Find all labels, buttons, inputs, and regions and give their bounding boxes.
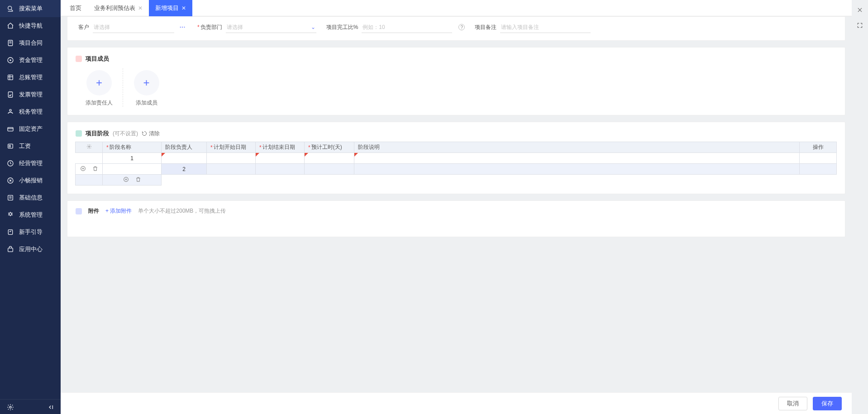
salary-icon <box>6 142 14 150</box>
section-title: 附件 <box>88 207 99 215</box>
dept-select[interactable] <box>226 21 316 33</box>
tab-profit-report[interactable]: 业务利润预估表 ✕ <box>88 0 149 16</box>
section-title: 项目成员 <box>86 55 109 63</box>
customer-select[interactable] <box>93 21 174 33</box>
phase-icon <box>76 130 82 137</box>
sidebar-footer <box>0 399 61 414</box>
more-icon[interactable]: ··· <box>178 24 187 30</box>
svg-point-23 <box>10 406 11 408</box>
cell-hours[interactable] <box>354 152 800 164</box>
attachment-icon <box>76 208 82 214</box>
cell-ops <box>75 163 103 175</box>
add-attachment-button[interactable]: + 添加附件 <box>105 207 132 215</box>
sidebar-item-base[interactable]: 基础信息 <box>0 189 61 206</box>
tab-close-icon[interactable]: ✕ <box>138 5 143 11</box>
svg-point-25 <box>88 146 90 148</box>
document-icon <box>6 39 14 47</box>
cell-owner[interactable] <box>255 163 305 175</box>
footer: 取消 保存 <box>61 392 852 414</box>
clear-phases-button[interactable]: 清除 <box>142 130 160 138</box>
section-header-phases: 项目阶段 (可不设置) 清除 <box>67 122 845 140</box>
field-label: 项目备注 <box>475 24 496 31</box>
add-owner-button[interactable]: + <box>86 70 112 95</box>
sidebar-item-invoice[interactable]: 发票管理 <box>0 86 61 103</box>
phase-table: *阶段名称 阶段负责人 *计划开始日期 *计划结束日期 *预计工时(天) 阶段说… <box>76 142 837 186</box>
tab-new-project[interactable]: 新增项目 ✕ <box>149 0 192 16</box>
sidebar-item-label: 快捷导航 <box>19 22 43 30</box>
sidebar-item-salary[interactable]: 工资 <box>0 138 61 155</box>
tab-close-icon[interactable]: ✕ <box>181 5 186 11</box>
add-row-icon[interactable] <box>123 176 129 184</box>
tab-label: 首页 <box>70 4 81 12</box>
sidebar-item-label: 新手引导 <box>19 228 43 236</box>
cell-desc[interactable] <box>799 152 837 164</box>
delete-row-icon[interactable] <box>92 166 98 173</box>
attachment-hint: 单个大小不超过200MB，可拖拽上传 <box>138 207 226 215</box>
cell-start[interactable] <box>255 152 305 164</box>
sidebar-item-label: 总账管理 <box>19 73 43 81</box>
content-area: 客户 ··· *负责部门 ⌄ 项目完工比% <box>61 16 852 392</box>
collapse-sidebar-icon[interactable] <box>46 403 54 411</box>
add-row-icon[interactable] <box>80 166 86 173</box>
members-row: + 添加责任人 + 添加成员 <box>67 66 845 115</box>
settings-icon[interactable] <box>6 403 14 411</box>
field-customer: 客户 ··· <box>78 21 187 33</box>
sidebar-item-quicknav[interactable]: 快捷导航 <box>0 17 61 34</box>
sidebar-item-search[interactable]: 搜索菜单 <box>0 0 61 17</box>
sidebar-item-ledger[interactable]: 总账管理 <box>0 69 61 86</box>
sidebar-item-apps[interactable]: 应用中心 <box>0 241 61 258</box>
cancel-button[interactable]: 取消 <box>778 397 807 410</box>
ledger-icon <box>6 73 14 81</box>
ops-icon <box>6 159 14 167</box>
cell-desc[interactable] <box>75 174 103 186</box>
section-header-members: 项目成员 <box>67 48 845 66</box>
save-button[interactable]: 保存 <box>813 397 842 410</box>
fullscreen-icon[interactable] <box>855 21 864 30</box>
cell-end[interactable] <box>304 152 354 164</box>
cell-hours[interactable] <box>799 163 837 175</box>
cell-end[interactable] <box>354 163 800 175</box>
gear-icon <box>86 144 92 151</box>
close-panel-icon[interactable] <box>855 5 864 14</box>
sidebar-item-funds[interactable]: 资金管理 <box>0 52 61 69</box>
col-start: *计划开始日期 <box>206 142 256 153</box>
tab-label: 业务利润预估表 <box>94 4 135 12</box>
sidebar-item-label: 经营管理 <box>19 159 43 167</box>
sidebar-item-label: 系统管理 <box>19 211 43 219</box>
svg-rect-22 <box>8 248 13 252</box>
add-owner-card: + 添加责任人 <box>76 68 123 107</box>
cell-name[interactable] <box>206 163 256 175</box>
cell-name[interactable] <box>161 152 207 164</box>
col-ops: 操作 <box>799 142 837 153</box>
right-rail <box>852 0 868 414</box>
col-gear[interactable] <box>75 142 103 153</box>
delete-row-icon[interactable] <box>135 176 141 184</box>
section-title: 项目阶段 <box>86 129 109 138</box>
row-number: 1 <box>102 152 162 164</box>
sidebar-item-reimburse[interactable]: 小畅报销 <box>0 172 61 189</box>
sidebar-item-label: 应用中心 <box>19 245 43 253</box>
add-member-caption: 添加成员 <box>136 99 157 107</box>
field-label: 客户 <box>78 24 89 31</box>
sidebar-item-label: 工资 <box>19 142 31 150</box>
tab-home[interactable]: 首页 <box>63 0 88 16</box>
sidebar-item-assets[interactable]: 固定资产 <box>0 120 61 138</box>
tab-bar: 首页 业务利润预估表 ✕ 新增项目 ✕ <box>61 0 852 16</box>
sidebar-item-tax[interactable]: 税务管理 <box>0 103 61 120</box>
invoice-icon <box>6 90 14 99</box>
cell-owner[interactable] <box>206 152 256 164</box>
remark-input[interactable] <box>500 21 591 33</box>
wallet-icon <box>6 56 14 64</box>
add-member-card: + 添加成员 <box>123 68 170 107</box>
sidebar-item-ops[interactable]: 经营管理 <box>0 155 61 172</box>
members-card: 项目成员 + 添加责任人 + 添加成员 <box>67 47 845 115</box>
sidebar-item-guide[interactable]: 新手引导 <box>0 224 61 241</box>
sidebar-item-system[interactable]: 系统管理 <box>0 206 61 224</box>
cell-start[interactable] <box>304 163 354 175</box>
col-end: *计划结束日期 <box>255 142 305 153</box>
help-icon[interactable]: ? <box>458 24 465 30</box>
add-member-button[interactable]: + <box>134 70 159 95</box>
sidebar-item-contracts[interactable]: 项目合同 <box>0 34 61 52</box>
apps-icon <box>6 245 14 253</box>
progress-input[interactable] <box>362 21 452 33</box>
